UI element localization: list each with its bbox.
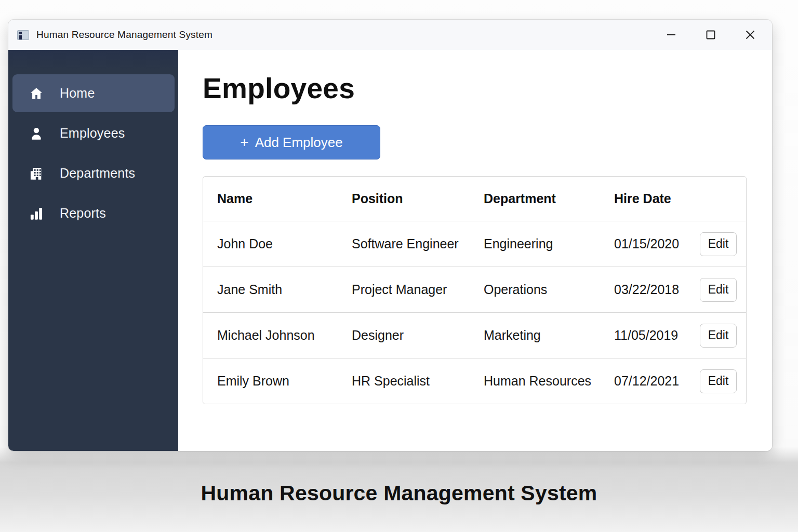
bar-chart-icon [29, 206, 44, 221]
page-caption: Human Resource Management System [0, 481, 798, 506]
sidebar-item-employees[interactable]: Employees [12, 114, 175, 152]
table-row: Emily Brown HR Specialist Human Resource… [203, 358, 746, 404]
column-header-name: Name [217, 191, 352, 206]
cell-actions: Edit [700, 324, 737, 348]
cell-position: Software Engineer [352, 236, 484, 251]
cell-position: Designer [352, 328, 484, 343]
cell-department: Human Resources [484, 374, 614, 389]
maximize-icon [705, 29, 716, 41]
close-icon [744, 29, 756, 41]
building-icon [29, 166, 44, 181]
sidebar-nav: Home Employees [8, 50, 178, 232]
cell-hire-date: 01/15/2020 [614, 236, 700, 251]
minimize-button[interactable] [651, 22, 691, 47]
sidebar-item-label: Home [60, 86, 95, 101]
cell-position: HR Specialist [352, 374, 484, 389]
main-content: Employees + Add Employee Name Position D… [178, 50, 772, 451]
cell-actions: Edit [700, 278, 737, 302]
app-window: Human Resource Management System [8, 20, 772, 451]
edit-button[interactable]: Edit [700, 232, 737, 256]
cell-name: Jane Smith [217, 282, 352, 297]
close-button[interactable] [730, 22, 770, 47]
cell-hire-date: 07/12/2021 [614, 374, 700, 389]
sidebar-item-label: Departments [60, 166, 135, 181]
cell-department: Marketing [484, 328, 614, 343]
cell-hire-date: 11/05/2019 [614, 328, 700, 343]
cell-name: Emily Brown [217, 374, 352, 389]
sidebar-item-home[interactable]: Home [12, 74, 175, 112]
home-icon [29, 86, 44, 101]
table-row: Jane Smith Project Manager Operations 03… [203, 267, 746, 312]
column-header-department: Department [484, 191, 614, 206]
page-title: Employees [203, 72, 772, 105]
cell-actions: Edit [700, 369, 737, 393]
cell-position: Project Manager [352, 282, 484, 297]
edit-button[interactable]: Edit [700, 278, 737, 302]
table-body: John Doe Software Engineer Engineering 0… [203, 221, 746, 404]
edit-button[interactable]: Edit [700, 324, 737, 348]
column-header-position: Position [352, 191, 484, 206]
table-row: Michael Johnson Designer Marketing 11/05… [203, 312, 746, 358]
titlebar: Human Resource Management System [8, 20, 772, 50]
sidebar: Home Employees [8, 50, 178, 451]
sidebar-item-label: Reports [60, 206, 106, 221]
cell-department: Engineering [484, 236, 614, 251]
maximize-button[interactable] [691, 22, 730, 47]
window-title: Human Resource Management System [36, 29, 212, 41]
edit-button[interactable]: Edit [700, 369, 737, 393]
column-header-hire-date: Hire Date [614, 191, 700, 206]
app-icon [17, 30, 29, 40]
plus-icon: + [240, 134, 248, 151]
table-header-row: Name Position Department Hire Date [203, 177, 746, 221]
add-employee-label: Add Employee [255, 135, 343, 151]
cell-name: John Doe [217, 236, 352, 251]
sidebar-item-reports[interactable]: Reports [12, 194, 175, 232]
cell-actions: Edit [700, 232, 737, 256]
minimize-icon [666, 29, 677, 41]
cell-hire-date: 03/22/2018 [614, 282, 700, 297]
add-employee-button[interactable]: + Add Employee [203, 125, 380, 159]
employees-table: Name Position Department Hire Date John … [203, 176, 747, 404]
table-row: John Doe Software Engineer Engineering 0… [203, 221, 746, 267]
cell-name: Michael Johnson [217, 328, 352, 343]
person-icon [29, 126, 44, 141]
sidebar-item-departments[interactable]: Departments [12, 154, 175, 192]
window-controls [651, 20, 772, 50]
sidebar-item-label: Employees [60, 126, 125, 141]
cell-department: Operations [484, 282, 614, 297]
